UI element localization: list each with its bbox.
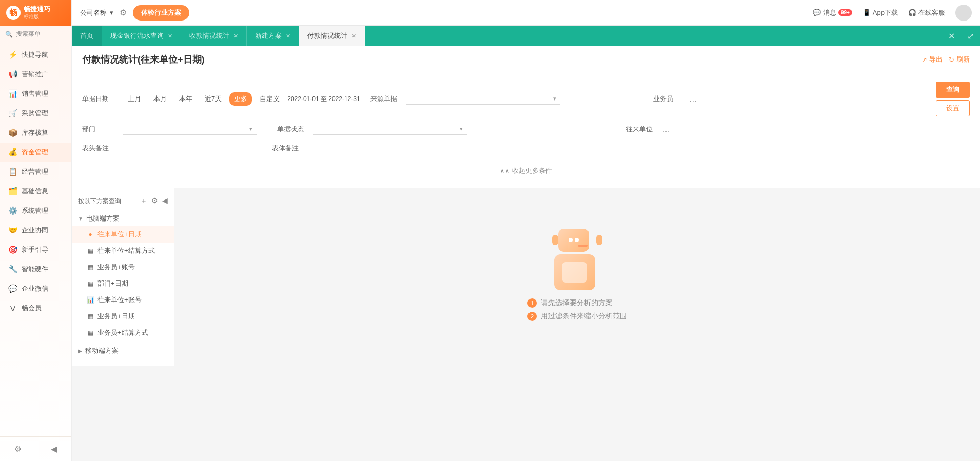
search-label: 搜索菜单 [16,30,41,38]
page-content: 付款情况统计(往来单位+日期) ↗ 导出 ↻ 刷新 单据日期 上月 本月 [72,46,980,461]
mobile-scheme-group: ▶ 移动端方案 [72,343,174,358]
date-btn-this-month[interactable]: 本月 [149,92,171,106]
add-scheme-btn[interactable]: ＋ [140,196,147,206]
refresh-label: 刷新 [956,55,970,64]
service-action[interactable]: 🎧 在线客服 [908,8,945,17]
collapse-area: ∧∧ 收起更多条件 [82,162,970,179]
sidebar-item-enterprise[interactable]: 🤝 企业协同 [0,221,71,240]
salesman-ellipsis-btn[interactable]: … [689,94,697,104]
desktop-group-header[interactable]: ▼ 电脑端方案 [72,211,174,226]
marketing-icon: 📢 [8,70,17,79]
date-btn-last-month[interactable]: 上月 [123,92,146,106]
sidebar-item-member[interactable]: V 畅会员 [0,298,71,318]
tabs-close-all-btn[interactable]: ✕ [942,26,961,46]
export-button[interactable]: ↗ 导出 [922,55,943,64]
filter-row-3: 表头备注 表体备注 [82,142,970,154]
scheme-icon-4: 📊 [86,296,94,304]
scheme-item-label: 往来单位+日期 [97,230,142,239]
scheme-item-4[interactable]: 📊 往来单位+账号 [72,292,174,308]
dept-label: 部门 [82,125,113,134]
tab-home[interactable]: 首页 [72,26,102,46]
tab-collection[interactable]: 收款情况统计 ✕ [181,26,247,46]
sidebar-item-guide[interactable]: 🎯 新手引导 [0,240,71,259]
collapse-panel-btn[interactable]: ◀ [162,196,168,206]
logo-sub: 标准版 [24,13,50,21]
doc-status-select[interactable]: ▾ [313,124,467,135]
sidebar-item-weixin[interactable]: 💬 企业微信 [0,279,71,298]
message-action[interactable]: 💬 消息 99+ [813,8,852,17]
tab-cash-flow[interactable]: 现金银行流水查询 ✕ [102,26,181,46]
sidebar-item-operation[interactable]: 📋 经营管理 [0,162,71,182]
mobile-group-header[interactable]: ▶ 移动端方案 [72,343,174,358]
robot-eye-right [569,238,573,242]
sidebar-item-label: 营销推广 [22,70,48,79]
mobile-group-arrow-icon: ▶ [78,348,82,354]
company-selector[interactable]: 公司名称 ▾ [80,8,113,17]
sidebar-item-finance[interactable]: 💰 资金管理 [0,143,71,162]
app-label: App下载 [873,8,898,17]
tab-new-plan[interactable]: 新建方案 ✕ [247,26,299,46]
scheme-item-1[interactable]: ▦ 往来单位+结算方式 [72,243,174,259]
panel-header-label: 按以下方案查询 [78,197,121,206]
date-btn-this-year[interactable]: 本年 [174,92,197,106]
top-header: 公司名称 ▾ ⚙ 体验行业方案 💬 消息 99+ 📱 App下载 🎧 在线客服 [72,0,980,26]
header-note-input[interactable] [123,142,251,154]
scheme-item-3[interactable]: ▦ 部门+日期 [72,275,174,292]
app-action[interactable]: 📱 App下载 [863,8,898,17]
sidebar-bottom: ⚙ ◀ [0,436,71,461]
sidebar-item-sales[interactable]: 📊 销售管理 [0,84,71,104]
partner-ellipsis-btn[interactable]: … [662,125,670,134]
logo-icon: 畅 [6,6,21,20]
date-btn-more[interactable]: 更多 [229,92,252,106]
scheme-item-2[interactable]: ▦ 业务员+账号 [72,259,174,275]
source-select-arrow-icon: ▾ [553,95,556,102]
refresh-button[interactable]: ↻ 刷新 [949,55,970,64]
sidebar-search[interactable]: 🔍 搜索菜单 [0,26,71,43]
source-select[interactable]: ▾ [406,93,560,105]
sidebar-logo: 畅 畅捷通巧 标准版 [0,0,71,26]
body-note-input[interactable] [313,142,441,154]
desktop-group-arrow-icon: ▼ [78,216,83,222]
sidebar-item-purchase[interactable]: 🛒 采购管理 [0,104,71,123]
page-title: 付款情况统计(往来单位+日期) [82,53,205,66]
trial-button[interactable]: 体验行业方案 [133,5,189,21]
tip-item-1: 1 请先选择要分析的方案 [527,298,627,308]
sidebar-item-marketing[interactable]: 📢 营销推广 [0,65,71,84]
sidebar-item-quick-nav[interactable]: ⚡ 快捷导航 [0,45,71,65]
settings-button[interactable]: 设置 [936,100,970,116]
tip-num-2: 2 [527,312,537,321]
collapse-button[interactable]: ∧∧ 收起更多条件 [496,162,556,179]
sidebar-item-basic[interactable]: 🗂️ 基础信息 [0,182,71,201]
sidebar-item-inventory[interactable]: 📦 库存核算 [0,123,71,143]
sidebar-item-hardware[interactable]: 🔧 智能硬件 [0,259,71,279]
empty-tips: 1 请先选择要分析的方案 2 用过滤条件来缩小分析范围 [527,298,627,325]
message-icon: 💬 [813,9,821,16]
body-note-label: 表体备注 [272,144,303,153]
tabs-maximize-btn[interactable]: ⤢ [961,26,980,46]
tab-payment-close-icon[interactable]: ✕ [351,33,356,39]
date-btn-7days[interactable]: 近7天 [200,92,226,106]
scheme-item-0[interactable]: ● 往来单位+日期 [72,226,174,243]
date-btn-custom[interactable]: 自定义 [255,92,284,106]
scheme-item-6[interactable]: ▦ 业务员+结算方式 [72,325,174,341]
tab-cash-flow-close-icon[interactable]: ✕ [168,33,172,39]
sidebar-collapse-btn[interactable]: ◀ [48,441,60,457]
sidebar-item-label: 基础信息 [22,187,48,196]
tab-payment[interactable]: 付款情况统计 ✕ [299,26,365,46]
dept-select[interactable]: ▾ [123,124,257,135]
sidebar-item-label: 畅会员 [22,304,42,313]
scheme-item-5[interactable]: ▦ 业务员+日期 [72,308,174,325]
header-settings-icon[interactable]: ⚙ [120,8,127,17]
tab-new-plan-close-icon[interactable]: ✕ [286,33,290,39]
weixin-icon: 💬 [8,284,17,293]
refresh-icon: ↻ [949,56,954,64]
query-button[interactable]: 查询 [936,82,970,98]
manage-scheme-btn[interactable]: ⚙ [151,196,158,206]
date-options: 上月 本月 本年 近7天 更多 自定义 2022-01-01 至 2022-12… [123,92,360,106]
header-note-label: 表头备注 [82,144,113,153]
user-avatar[interactable] [955,5,972,21]
robot-eye-left [575,238,579,242]
sidebar-item-system[interactable]: ⚙️ 系统管理 [0,201,71,221]
sidebar-settings-btn[interactable]: ⚙ [11,441,25,457]
tab-collection-close-icon[interactable]: ✕ [233,33,238,39]
